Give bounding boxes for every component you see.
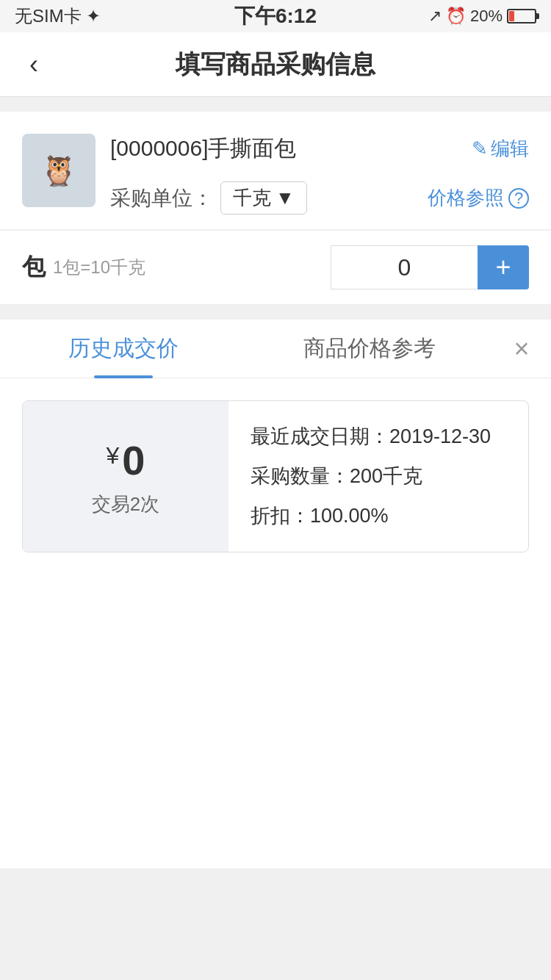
- status-bar: 无SIM卡 ✦ 下午6:12 ↗ ⏰ 20%: [0, 0, 551, 32]
- price-display: ¥ 0: [107, 436, 145, 484]
- tab-history-price[interactable]: 历史成交价: [0, 320, 246, 378]
- quantity-section: 包 1包=10千克 +: [0, 231, 551, 305]
- quantity-right: +: [331, 245, 529, 289]
- white-fill-area: [0, 574, 551, 868]
- card-container: ¥ 0 交易2次 最近成交日期：2019-12-30 采购数量：200千克 折扣…: [0, 378, 551, 574]
- tab-active-indicator: [94, 375, 153, 378]
- back-button[interactable]: ‹: [22, 42, 46, 87]
- product-icon: 🦉: [40, 154, 77, 188]
- location-icon: ↗: [428, 7, 442, 26]
- trade-count: 交易2次: [92, 491, 159, 517]
- alarm-icon: ⏰: [446, 7, 466, 26]
- tab-product-price-ref-label: 商品价格参考: [303, 334, 436, 364]
- purchase-qty-label: 采购数量：: [251, 465, 350, 487]
- discount-row: 折扣：100.00%: [251, 502, 506, 530]
- tabs-section: 历史成交价 商品价格参考 × ¥ 0 交易2次 最近成交日期：2019-12-3…: [0, 320, 551, 574]
- recent-date-value: 2019-12-30: [389, 425, 491, 447]
- purchase-qty-value: 200千克: [350, 465, 422, 487]
- quantity-plus-button[interactable]: +: [478, 245, 529, 289]
- product-id: [0000006]: [110, 136, 208, 160]
- tab-product-price-ref[interactable]: 商品价格参考: [246, 320, 492, 378]
- purchase-qty-row: 采购数量：200千克: [251, 463, 506, 491]
- carrier-text: 无SIM卡 ✦: [15, 4, 101, 28]
- card-price-summary: ¥ 0 交易2次: [23, 401, 228, 552]
- battery-icon: [507, 9, 536, 24]
- recent-date-row: 最近成交日期：2019-12-30: [251, 423, 506, 451]
- unit-bag-label: 包: [22, 251, 46, 284]
- purchase-unit-left: 采购单位： 千克 ▼: [110, 181, 307, 215]
- tab-history-price-label: 历史成交价: [68, 334, 179, 364]
- purchase-unit-label: 采购单位：: [110, 184, 213, 212]
- product-details: [0000006]手撕面包 ✎ 编辑 采购单位： 千克 ▼ 价格参照 ?: [110, 134, 529, 215]
- discount-label: 折扣：: [251, 505, 310, 527]
- quantity-input[interactable]: [331, 245, 478, 289]
- price-ref-label: 价格参照: [428, 185, 504, 211]
- unit-note: 1包=10千克: [53, 256, 145, 279]
- price-ref-button[interactable]: 价格参照 ?: [428, 185, 529, 211]
- battery-percent: 20%: [470, 7, 503, 26]
- status-carrier: 无SIM卡 ✦: [15, 4, 101, 28]
- product-name-row: [0000006]手撕面包 ✎ 编辑: [110, 134, 529, 164]
- unit-dropdown[interactable]: 千克 ▼: [220, 181, 307, 215]
- edit-icon: ✎: [472, 137, 488, 160]
- product-section: 🦉 [0000006]手撕面包 ✎ 编辑 采购单位： 千克 ▼: [0, 112, 551, 229]
- history-card: ¥ 0 交易2次 最近成交日期：2019-12-30 采购数量：200千克 折扣…: [22, 400, 529, 552]
- battery-fill: [509, 11, 514, 21]
- tab-close-button[interactable]: ×: [492, 334, 551, 364]
- dropdown-arrow-icon: ▼: [276, 187, 295, 209]
- nav-bar: ‹ 填写商品采购信息: [0, 32, 551, 97]
- card-details: 最近成交日期：2019-12-30 采购数量：200千克 折扣：100.00%: [228, 401, 528, 552]
- page-title: 填写商品采购信息: [176, 48, 375, 82]
- price-ref-help-icon: ?: [508, 188, 529, 209]
- recent-date-label: 最近成交日期：: [251, 425, 389, 447]
- tabs-header: 历史成交价 商品价格参考 ×: [0, 320, 551, 378]
- discount-value: 100.00%: [310, 505, 389, 527]
- edit-button[interactable]: ✎ 编辑: [472, 136, 529, 162]
- edit-label: 编辑: [491, 136, 529, 162]
- price-symbol: ¥: [107, 442, 120, 469]
- status-icons: ↗ ⏰ 20%: [428, 7, 536, 26]
- product-title: 手撕面包: [208, 136, 296, 160]
- purchase-unit-row: 采购单位： 千克 ▼ 价格参照 ?: [110, 181, 529, 215]
- unit-value: 千克: [233, 185, 271, 211]
- product-row: 🦉 [0000006]手撕面包 ✎ 编辑 采购单位： 千克 ▼: [22, 134, 529, 215]
- product-thumbnail: 🦉: [22, 134, 96, 207]
- status-time: 下午6:12: [234, 2, 317, 30]
- price-value: 0: [122, 436, 145, 484]
- quantity-left: 包 1包=10千克: [22, 251, 145, 284]
- product-name: [0000006]手撕面包: [110, 134, 296, 164]
